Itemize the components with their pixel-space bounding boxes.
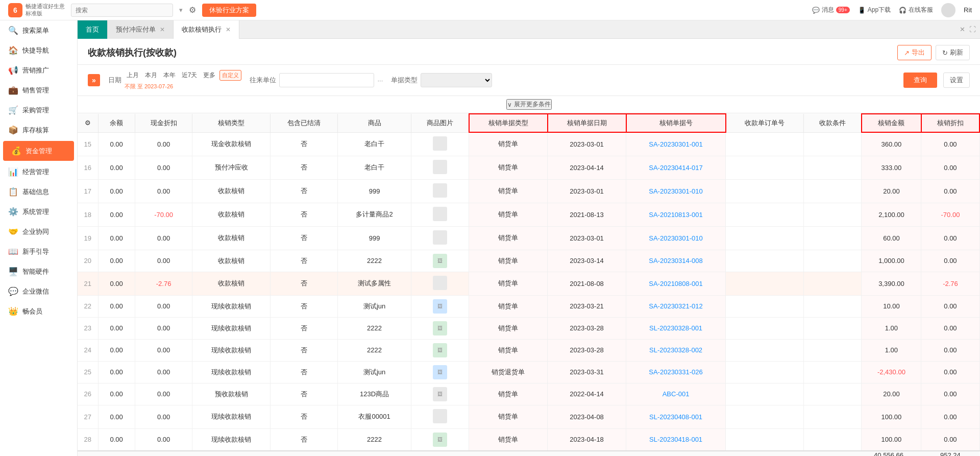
product-image-cell	[411, 179, 469, 203]
doc-type-cell: 销货单	[469, 250, 548, 272]
sidebar-item-search[interactable]: 🔍 搜索菜单	[0, 20, 77, 40]
sidebar-item-hardware[interactable]: 🖥️ 智能硬件	[0, 261, 77, 281]
doc-no-link[interactable]: SA-20230321-012	[649, 302, 703, 310]
doc-no-cell[interactable]: SA-20210813-001	[626, 203, 726, 226]
doc-no-cell[interactable]: SL-20230408-001	[626, 405, 726, 428]
writeoff-discount-cell: 0.00	[921, 156, 979, 179]
refresh-button[interactable]: ↻ 刷新	[936, 45, 970, 60]
doc-no-link[interactable]: SA-20210813-001	[649, 211, 703, 219]
doc-no-link[interactable]: SA-20230301-001	[649, 140, 703, 148]
sidebar-item-basic[interactable]: 📋 基础信息	[0, 182, 77, 202]
doc-no-link[interactable]: SL-20230408-001	[649, 413, 702, 421]
prepay-close-icon[interactable]: ✕	[160, 26, 165, 33]
monitor-icon: 🖥️	[8, 267, 18, 276]
writeoff-amount-cell: 20.00	[862, 179, 921, 203]
date-custom[interactable]: 自定义	[219, 70, 241, 81]
sidebar-item-system[interactable]: ⚙️ 系统管理	[0, 202, 77, 222]
message-button[interactable]: 💬 消息 99+	[812, 6, 850, 14]
doc-no-link[interactable]: SL-20230328-002	[649, 346, 702, 354]
top-bar: 6 畅捷通谊好生意 标准版 ▾ ⚙ 休验行业方案 💬 消息 99+ 📱 App下…	[0, 0, 980, 20]
window-close-icon[interactable]: ✕	[960, 26, 965, 33]
doc-no-cell[interactable]: SL-20230328-001	[626, 317, 726, 339]
ellipsis-icon[interactable]: ···	[377, 77, 383, 84]
collect-close-icon[interactable]: ✕	[226, 26, 231, 33]
table-header-row: ⚙ 余额 现金折扣 核销类型 包含已结清 商品 商品图片 核销单据类型 核销单据…	[78, 114, 979, 132]
sidebar-item-member[interactable]: 👑 畅会员	[0, 301, 77, 321]
row-index: 25	[78, 361, 98, 383]
doc-no-cell[interactable]: SA-20230414-017	[626, 156, 726, 179]
doc-no-cell[interactable]: SA-20230301-010	[626, 226, 726, 250]
col-settings-header[interactable]: ⚙	[78, 114, 98, 132]
tab-home[interactable]: 首页	[78, 20, 108, 39]
tab-collect[interactable]: 收款核销执行 ✕	[174, 20, 239, 39]
sidebar-item-business[interactable]: 📊 经营管理	[0, 162, 77, 182]
clipboard-icon: 📋	[8, 187, 18, 197]
maximize-icon[interactable]: ⛶	[969, 26, 976, 33]
product-image-cell: 🖼	[411, 361, 469, 383]
sidebar-item-collab[interactable]: 🤝 企业协同	[0, 222, 77, 242]
sidebar-item-quicknav[interactable]: 🏠 快捷导航	[0, 40, 77, 60]
date-more[interactable]: 更多	[201, 70, 217, 81]
sidebar-item-marketing[interactable]: 📢 营销推广	[0, 60, 77, 80]
table-container[interactable]: ⚙ 余额 现金折扣 核销类型 包含已结清 商品 商品图片 核销单据类型 核销单据…	[78, 113, 980, 456]
date-last-month[interactable]: 上月	[125, 70, 141, 81]
top-bar-right: 💬 消息 99+ 📱 App下载 🎧 在线客服 Rit	[812, 3, 972, 17]
export-button[interactable]: ↗ 导出	[897, 45, 932, 60]
row-index: 26	[78, 383, 98, 405]
doc-no-cell[interactable]: SA-20230314-008	[626, 250, 726, 272]
doc-no-link[interactable]: ABC-001	[663, 390, 690, 398]
filter-expand-button[interactable]: »	[88, 74, 100, 86]
sidebar-item-wechat[interactable]: 💬 企业微信	[0, 281, 77, 301]
doc-no-cell[interactable]: SL-20230418-001	[626, 428, 726, 451]
settings-button[interactable]: 设置	[943, 73, 970, 88]
sidebar-item-guide[interactable]: 📖 新手引导	[0, 242, 77, 261]
col-receipt-condition-header: 收款条件	[804, 114, 862, 132]
doc-type-select[interactable]	[421, 73, 492, 87]
writeoff-discount-cell: 0.00	[921, 250, 979, 272]
date-7days[interactable]: 近7天	[180, 70, 200, 81]
sidebar-item-inventory[interactable]: 📦 库存核算	[0, 120, 77, 140]
gear-icon[interactable]: ⚙	[189, 5, 196, 15]
doc-no-cell[interactable]: ABC-001	[626, 383, 726, 405]
industry-button[interactable]: 休验行业方案	[202, 4, 256, 17]
chevron-down-icon[interactable]: ▾	[179, 6, 183, 14]
doc-type-cell: 销货单	[469, 156, 548, 179]
date-this-year[interactable]: 本年	[161, 70, 178, 81]
doc-no-cell[interactable]: SL-20230328-002	[626, 339, 726, 361]
writeoff-discount-cell: 0.00	[921, 339, 979, 361]
writeoff-amount-cell: 333.00	[862, 156, 921, 179]
query-button[interactable]: 查询	[903, 73, 937, 88]
doc-date-cell: 2023-03-28	[548, 317, 626, 339]
online-service-button[interactable]: 🎧 在线客服	[899, 6, 933, 14]
table-row: 230.000.00现续收款核销否2222🖼销货单2023-03-28SL-20…	[78, 317, 979, 339]
app-download-button[interactable]: 📱 App下载	[858, 6, 891, 14]
doc-no-link[interactable]: SA-20230314-008	[649, 257, 703, 265]
doc-no-link[interactable]: SA-20230301-010	[649, 234, 703, 242]
doc-no-link[interactable]: SL-20230418-001	[649, 436, 702, 443]
doc-no-link[interactable]: SA-20210808-001	[649, 280, 703, 287]
doc-no-cell[interactable]: SA-20230331-026	[626, 361, 726, 383]
chart-icon: 📊	[8, 167, 18, 177]
date-this-month[interactable]: 本月	[143, 70, 159, 81]
col-include-settled-header: 包含已结清	[270, 114, 337, 132]
date-options-section: 上月 本月 本年 近7天 更多 自定义 不限 至 2023-07-26	[125, 70, 242, 90]
expand-more-button[interactable]: ∨ 展开更多条件	[506, 99, 552, 110]
writeoff-amount-cell: 360.00	[862, 132, 921, 156]
doc-no-cell[interactable]: SA-20230321-012	[626, 295, 726, 317]
avatar[interactable]	[941, 3, 955, 17]
tab-prepay[interactable]: 预付冲应付单 ✕	[108, 20, 174, 39]
doc-no-cell[interactable]: SA-20210808-001	[626, 272, 726, 295]
search-input[interactable]	[71, 4, 173, 17]
doc-no-cell[interactable]: SA-20230301-010	[626, 179, 726, 203]
doc-no-link[interactable]: SA-20230414-017	[649, 164, 703, 172]
col-cash-discount-header: 现金折扣	[135, 114, 192, 132]
doc-no-cell[interactable]: SA-20230301-001	[626, 132, 726, 156]
sidebar-item-sales[interactable]: 💼 销售管理	[0, 80, 77, 100]
from-unit-input[interactable]	[279, 73, 374, 87]
doc-no-link[interactable]: SA-20230331-026	[649, 368, 703, 376]
row-index: 27	[78, 405, 98, 428]
doc-no-link[interactable]: SA-20230301-010	[649, 187, 703, 195]
doc-no-link[interactable]: SL-20230328-001	[649, 324, 702, 332]
sidebar-item-finance[interactable]: 💰 资金管理	[3, 141, 74, 161]
sidebar-item-purchase[interactable]: 🛒 采购管理	[0, 100, 77, 120]
